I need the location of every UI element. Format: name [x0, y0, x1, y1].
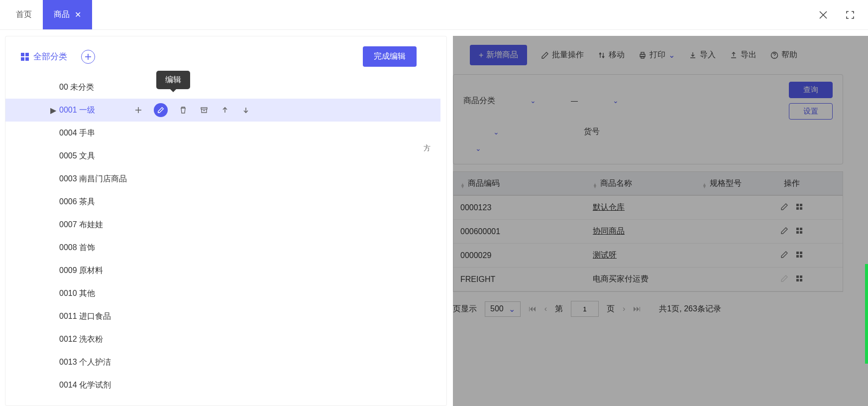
- tree-item[interactable]: 0014 化学试剂: [5, 374, 440, 397]
- expand-icon[interactable]: ▶: [50, 106, 56, 115]
- tab-product-label: 商品: [54, 9, 70, 20]
- grid-icon: [20, 52, 29, 61]
- tooltip-text: 编辑: [165, 75, 181, 84]
- tree-item-label: 0004 手串: [59, 128, 95, 138]
- header-tabs: 首页 商品 ✕: [0, 0, 868, 30]
- dim-overlay: [453, 36, 868, 406]
- delete-button[interactable]: [178, 105, 189, 116]
- main-area: 编辑 全部分类 完成编辑 00 未分类 ▶ 0001 一级: [0, 30, 868, 406]
- move-up-button[interactable]: [219, 105, 230, 116]
- tree-item[interactable]: 0011 进口食品: [5, 305, 440, 328]
- fullscreen-button[interactable]: [841, 6, 859, 24]
- tree-item-label: 0005 文具: [59, 151, 95, 161]
- tree-item-label: 0014 化学试剂: [59, 380, 111, 391]
- finish-edit-button[interactable]: 完成编辑: [363, 46, 417, 67]
- svg-rect-10: [201, 108, 207, 109]
- add-category-button[interactable]: [81, 50, 95, 64]
- truncated-label: 方: [424, 144, 431, 153]
- tree-item[interactable]: 0006 茶具: [5, 190, 440, 213]
- tree-item-label: 0001 一级: [59, 105, 95, 116]
- tree-item[interactable]: 0003 南昌门店商品: [5, 167, 440, 190]
- tree-item[interactable]: 0004 手串: [5, 122, 440, 144]
- tree-item-label: 0010 其他: [59, 288, 95, 299]
- tree-item-label: 0012 洗衣粉: [59, 334, 103, 345]
- all-categories-label[interactable]: 全部分类: [33, 51, 67, 62]
- tree-item[interactable]: 0005 文具: [5, 144, 440, 167]
- tree-item[interactable]: 0009 原材料: [5, 259, 440, 282]
- tree-item-label: 0008 首饰: [59, 243, 95, 253]
- add-child-button[interactable]: [133, 105, 144, 116]
- edit-tooltip: 编辑: [156, 71, 190, 89]
- tree-item[interactable]: 0007 布娃娃: [5, 213, 440, 236]
- svg-rect-5: [25, 57, 29, 61]
- tree-item[interactable]: 0012 洗衣粉: [5, 328, 440, 351]
- tab-home[interactable]: 首页: [5, 0, 43, 29]
- tree-item-label: 0003 南昌门店商品: [59, 174, 127, 184]
- svg-rect-3: [25, 53, 29, 56]
- tree-item[interactable]: 0010 其他: [5, 282, 440, 305]
- archive-button[interactable]: [199, 105, 210, 116]
- tree-item[interactable]: 0013 个人护洁: [5, 351, 440, 374]
- tree-item-label: 0009 原材料: [59, 266, 103, 276]
- tree-item[interactable]: 0008 首饰: [5, 236, 440, 259]
- product-panel: + 新增商品 批量操作 移动 打印 ⌄ 导入: [453, 36, 868, 406]
- tab-product[interactable]: 商品 ✕: [43, 0, 92, 29]
- scroll-indicator: [865, 264, 868, 364]
- category-tree[interactable]: 00 未分类 ▶ 0001 一级 0004 手串 0005 文具 0003 南昌…: [5, 76, 446, 406]
- close-icon[interactable]: ✕: [75, 10, 81, 19]
- category-panel: 编辑 全部分类 完成编辑 00 未分类 ▶ 0001 一级: [5, 36, 447, 406]
- tree-item-label: 0011 进口食品: [59, 311, 111, 322]
- tab-home-label: 首页: [16, 9, 32, 20]
- category-header: 全部分类 完成编辑: [5, 46, 446, 76]
- tree-item-label: 0013 个人护洁: [59, 357, 111, 368]
- tree-item[interactable]: 00 未分类: [5, 76, 440, 99]
- svg-rect-4: [21, 57, 24, 61]
- svg-rect-2: [21, 53, 24, 56]
- move-down-button[interactable]: [240, 105, 251, 116]
- tree-item[interactable]: ▶ 0001 一级: [5, 99, 440, 122]
- header-right: [814, 6, 859, 24]
- edit-button[interactable]: [154, 103, 168, 117]
- tree-item-label: 00 未分类: [59, 82, 94, 93]
- tree-item-label: 0006 茶具: [59, 197, 95, 207]
- tree-item-label: 0007 布娃娃: [59, 220, 103, 230]
- row-actions: [133, 103, 251, 117]
- close-all-button[interactable]: [814, 6, 832, 24]
